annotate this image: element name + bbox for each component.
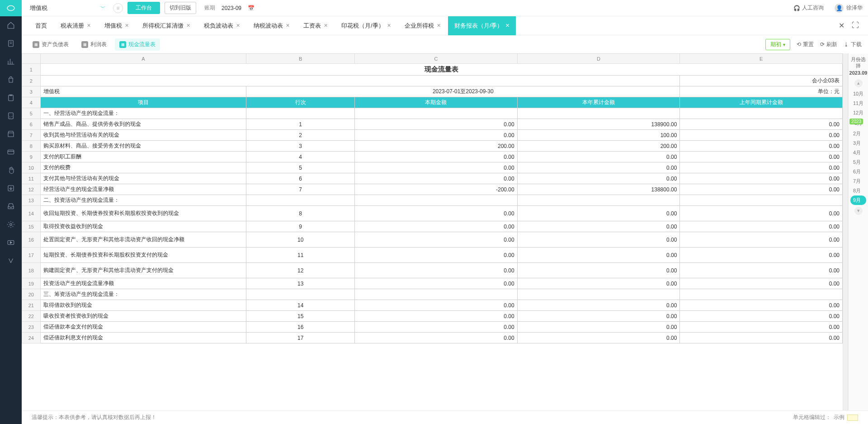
cur-cell[interactable]: 0.00 <box>355 322 518 333</box>
month-3月[interactable]: 3月 <box>850 138 866 148</box>
ytd-cell[interactable] <box>517 108 680 119</box>
refresh-button[interactable]: ⟳刷新 <box>820 41 837 48</box>
line-cell[interactable] <box>246 289 355 300</box>
line-cell[interactable]: 14 <box>246 300 355 311</box>
item-cell[interactable]: 投资活动产生的现金流量净额 <box>40 278 246 289</box>
month-12月[interactable]: 12月 <box>850 108 866 118</box>
close-icon[interactable]: ✕ <box>87 23 91 29</box>
nav-card-icon[interactable] <box>0 143 22 161</box>
reset-button[interactable]: ⟲重置 <box>797 41 814 48</box>
nav-bag-icon[interactable] <box>0 71 22 89</box>
py-cell[interactable]: 0.00 <box>680 173 843 184</box>
nav-hand-icon[interactable] <box>0 161 22 179</box>
month-9月[interactable]: 9月 <box>850 195 866 205</box>
row-21[interactable]: 21 <box>22 300 41 311</box>
ytd-cell[interactable]: 0.00 <box>517 311 680 322</box>
py-cell[interactable]: 0.00 <box>680 206 843 221</box>
py-cell[interactable] <box>680 108 843 119</box>
cur-cell[interactable]: 0.00 <box>355 333 518 343</box>
py-cell[interactable]: 0.00 <box>680 141 843 152</box>
nav-video-icon[interactable] <box>0 233 22 252</box>
py-cell[interactable]: 0.00 <box>680 232 843 248</box>
row-8[interactable]: 8 <box>22 141 41 152</box>
cur-cell[interactable]: 0.00 <box>355 173 518 184</box>
py-cell[interactable]: 0.00 <box>680 278 843 289</box>
line-cell[interactable] <box>246 108 355 119</box>
item-cell[interactable]: 一、经营活动产生的现金流量： <box>40 108 246 119</box>
line-cell[interactable]: 12 <box>246 263 355 278</box>
row-18[interactable]: 18 <box>22 263 41 278</box>
col-D[interactable]: D <box>517 54 680 64</box>
line-cell[interactable]: 9 <box>246 221 355 232</box>
item-cell[interactable]: 吸收投资者投资收到的现金 <box>40 311 246 322</box>
py-cell[interactable]: 0.00 <box>680 333 843 343</box>
tab-所得税汇算清缴[interactable]: 所得税汇算清缴✕ <box>136 16 197 35</box>
ytd-cell[interactable]: 0.00 <box>517 206 680 221</box>
row-5[interactable]: 5 <box>22 108 41 119</box>
row-20[interactable]: 20 <box>22 289 41 300</box>
row-15[interactable]: 15 <box>22 221 41 232</box>
py-cell[interactable]: 0.00 <box>680 162 843 173</box>
py-cell[interactable]: 0.00 <box>680 221 843 232</box>
nav-shop-icon[interactable] <box>0 125 22 143</box>
line-cell[interactable]: 6 <box>246 173 355 184</box>
cur-cell[interactable]: 0.00 <box>355 278 518 289</box>
close-icon[interactable]: ✕ <box>125 23 129 29</box>
ytd-cell[interactable]: 0.00 <box>517 322 680 333</box>
line-cell[interactable]: 8 <box>246 206 355 221</box>
month-8月[interactable]: 8月 <box>850 186 866 195</box>
subtab-利润表[interactable]: ▦利润表 <box>77 38 111 51</box>
close-all-icon[interactable]: ✕ <box>837 19 846 32</box>
close-icon[interactable]: ✕ <box>324 23 328 29</box>
ytd-cell[interactable]: 0.00 <box>517 221 680 232</box>
ytd-cell[interactable]: 0.00 <box>517 333 680 343</box>
month-6月[interactable]: 6月 <box>850 167 866 176</box>
tab-税表清册[interactable]: 税表清册✕ <box>54 16 97 35</box>
tab-工资表[interactable]: 工资表✕ <box>297 16 334 35</box>
tab-增值税[interactable]: 增值税✕ <box>98 16 135 35</box>
month-10月[interactable]: 10月 <box>850 89 866 99</box>
subtab-现金流量表[interactable]: ▦现金流量表 <box>115 38 160 51</box>
line-cell[interactable] <box>246 195 355 206</box>
close-icon[interactable]: ✕ <box>505 23 509 29</box>
row-12[interactable]: 12 <box>22 184 41 195</box>
cur-cell[interactable]: 200.00 <box>355 141 518 152</box>
round-button[interactable]: ≡ <box>113 3 123 13</box>
nav-doc-icon[interactable] <box>0 34 22 52</box>
row-10[interactable]: 10 <box>22 162 41 173</box>
month-2月[interactable]: 2月 <box>850 129 866 138</box>
ytd-cell[interactable]: 138900.00 <box>517 119 680 130</box>
ytd-cell[interactable] <box>517 195 680 206</box>
item-cell[interactable]: 短期投资、长期债券投资和长期股权投资支付的现金 <box>40 248 246 263</box>
scroll-up-icon[interactable]: ▴ <box>854 79 863 87</box>
ytd-cell[interactable]: 100.00 <box>517 130 680 141</box>
cur-cell[interactable] <box>355 108 518 119</box>
close-icon[interactable]: ✕ <box>437 23 441 29</box>
line-cell[interactable]: 16 <box>246 322 355 333</box>
col-E[interactable]: E <box>680 54 843 64</box>
line-cell[interactable]: 17 <box>246 333 355 343</box>
py-cell[interactable]: 0.00 <box>680 119 843 130</box>
spreadsheet[interactable]: ABCDE1现金流量表2会小企03表3增值税2023-07-01至2023-09… <box>22 53 843 410</box>
cur-cell[interactable]: 0.00 <box>355 119 518 130</box>
cur-cell[interactable]: -200.00 <box>355 184 518 195</box>
line-cell[interactable]: 5 <box>246 162 355 173</box>
fullscreen-icon[interactable]: ⛶ <box>850 19 861 32</box>
user-menu[interactable]: 👤 徐泽华 <box>835 4 863 13</box>
line-cell[interactable]: 7 <box>246 184 355 195</box>
cur-cell[interactable]: 0.00 <box>355 130 518 141</box>
item-cell[interactable]: 收回短期投资、长期债券投资和长期股权投资收到的现金 <box>40 206 246 221</box>
line-cell[interactable]: 2 <box>246 130 355 141</box>
cur-cell[interactable]: 0.00 <box>355 232 518 248</box>
ytd-cell[interactable]: 0.00 <box>517 162 680 173</box>
row-23[interactable]: 23 <box>22 322 41 333</box>
item-cell[interactable]: 支付的职工薪酬 <box>40 152 246 162</box>
item-cell[interactable]: 购建固定资产、无形资产和其他非流动资产支付的现金 <box>40 263 246 278</box>
ytd-cell[interactable] <box>517 289 680 300</box>
item-cell[interactable]: 销售产成品、商品、提供劳务收到的现金 <box>40 119 246 130</box>
calendar-icon[interactable]: 📅 <box>248 5 255 11</box>
item-cell[interactable]: 取得借款收到的现金 <box>40 300 246 311</box>
line-cell[interactable]: 1 <box>246 119 355 130</box>
subtab-资产负债表[interactable]: ▦资产负债表 <box>28 38 73 51</box>
row-24[interactable]: 24 <box>22 333 41 343</box>
